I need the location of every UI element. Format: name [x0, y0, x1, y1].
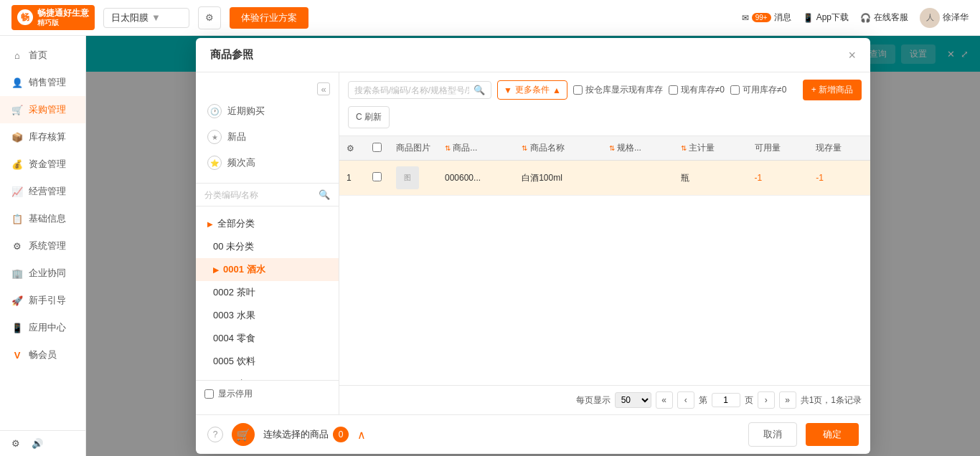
- col-spec-label: 规格...: [617, 143, 641, 153]
- show-disabled-label[interactable]: 显示停用: [204, 388, 330, 400]
- company-selector[interactable]: 日太阳膜 ▼: [103, 8, 189, 28]
- col-avail-label: 可用量: [755, 143, 781, 153]
- modal-overlay: 商品参照 × « 🕐: [86, 36, 980, 456]
- tree-item-all[interactable]: ▶ 全部分类: [196, 212, 339, 235]
- checkbox-stock-ne0[interactable]: 现有库存≠0: [669, 84, 725, 96]
- cell-stock: -1: [809, 161, 870, 196]
- app-icon: 📱: [803, 13, 814, 23]
- sidebar-item-label: 基础信息: [29, 212, 66, 225]
- confirm-button[interactable]: 确定: [806, 423, 859, 446]
- table-row[interactable]: 1 图 000600... 白酒100ml: [339, 161, 870, 196]
- tree-item-0001[interactable]: ▶ 0001 酒水: [196, 258, 339, 281]
- avail-ne0-checkbox[interactable]: [730, 85, 740, 95]
- prev-page-button[interactable]: ‹: [677, 391, 694, 409]
- warehouse-checkbox[interactable]: [573, 85, 583, 95]
- row-checkbox[interactable]: [372, 172, 382, 181]
- modal-left-footer: 显示停用: [196, 380, 339, 407]
- sidebar-item-system[interactable]: ⚙ 系统管理: [0, 232, 85, 260]
- add-product-button[interactable]: + 新增商品: [803, 80, 862, 100]
- product-search-input[interactable]: [354, 85, 469, 95]
- col-code-header[interactable]: ⇅ 商品...: [438, 136, 514, 161]
- sidebar-item-label: 经营管理: [29, 185, 66, 198]
- refresh-button[interactable]: C 刷新: [348, 106, 390, 128]
- cell-checkbox: [365, 161, 389, 196]
- sidebar-item-member[interactable]: V 畅会员: [0, 341, 85, 369]
- next-page-button[interactable]: ›: [758, 391, 775, 409]
- sidebar-bottom-settings[interactable]: ⚙ 🔊: [0, 431, 85, 456]
- tree-item-0002[interactable]: 0002 茶叶: [196, 281, 339, 304]
- sort-icon: ⇅: [522, 144, 527, 152]
- operations-icon: 📈: [11, 186, 23, 197]
- modal-close-button[interactable]: ×: [848, 49, 856, 62]
- page-number-input[interactable]: [712, 393, 740, 407]
- help-button[interactable]: ?: [207, 427, 223, 442]
- sidebar-item-operations[interactable]: 📈 经营管理: [0, 178, 85, 205]
- col-gear: ⚙: [339, 136, 365, 161]
- settings-icon[interactable]: ⚙: [198, 6, 221, 29]
- gear-icon[interactable]: ⚙: [347, 143, 354, 153]
- guide-icon: 🚀: [11, 295, 23, 306]
- show-disabled-checkbox[interactable]: [204, 389, 214, 399]
- gear-icon: ⚙: [11, 438, 20, 449]
- cell-spec: [602, 161, 674, 196]
- nav-frequent[interactable]: ⭐ 频次高: [196, 150, 339, 176]
- navbar: 畅 畅捷通好生意 精巧版 日太阳膜 ▼ ⚙ 体验行业方案 ✉ 99+ 消息 📱 …: [0, 0, 980, 36]
- filter-button[interactable]: ▼ 更多条件 ▲: [497, 80, 567, 100]
- select-all-checkbox[interactable]: [372, 143, 382, 152]
- modal-toolbar: 🔍 ▼ 更多条件 ▲ 按仓库显示现有库存: [339, 72, 870, 136]
- sidebar-item-apps[interactable]: 📱 应用中心: [0, 314, 85, 341]
- frequent-icon: ⭐: [207, 156, 222, 170]
- sidebar-item-label: 资金管理: [29, 158, 66, 171]
- col-name-header[interactable]: ⇅ 商品名称: [514, 136, 601, 161]
- user-item[interactable]: 人 徐泽华: [920, 8, 969, 28]
- first-page-button[interactable]: «: [656, 391, 673, 409]
- nav-new[interactable]: ★ 新品: [196, 124, 339, 150]
- filter-icon: ▼: [504, 85, 512, 95]
- checkbox-avail-ne0[interactable]: 可用库存≠0: [730, 84, 786, 96]
- sidebar-item-label: 首页: [29, 49, 47, 62]
- stock-ne0-checkbox[interactable]: [669, 85, 678, 95]
- search-icon[interactable]: 🔍: [319, 189, 330, 200]
- volume-icon: 🔊: [32, 438, 43, 449]
- online-service-item[interactable]: 🎧 在线客服: [860, 11, 908, 24]
- navbar-right: ✉ 99+ 消息 📱 App下载 🎧 在线客服 人 徐泽华: [742, 8, 969, 28]
- col-unit-header[interactable]: ⇅ 主计量: [674, 136, 748, 161]
- checkbox-stock-label: 现有库存≠0: [681, 84, 725, 96]
- app-download-item[interactable]: 📱 App下载: [803, 11, 849, 24]
- company-name: 日太阳膜: [111, 11, 149, 24]
- sidebar-item-sales[interactable]: 👤 销售管理: [0, 69, 85, 96]
- category-search-input[interactable]: [204, 190, 314, 200]
- page-suffix: 页: [745, 394, 753, 407]
- tree-item-00[interactable]: 00 未分类: [196, 235, 339, 258]
- cancel-button[interactable]: 取消: [748, 422, 797, 447]
- sidebar-item-finance[interactable]: 💰 资金管理: [0, 151, 85, 178]
- tree-item-0004[interactable]: 0004 零食: [196, 327, 339, 350]
- sidebar-item-guide[interactable]: 🚀 新手引导: [0, 287, 85, 314]
- search-icon[interactable]: 🔍: [473, 85, 485, 95]
- sidebar-item-basic[interactable]: 📋 基础信息: [0, 205, 85, 232]
- checkbox-warehouse[interactable]: 按仓库显示现有库存: [573, 84, 663, 96]
- collapse-nav-button[interactable]: «: [317, 82, 330, 95]
- sidebar-item-inventory[interactable]: 📦 库存核算: [0, 123, 85, 151]
- sidebar-item-purchase[interactable]: 🛒 采购管理: [0, 96, 85, 123]
- sidebar-item-enterprise[interactable]: 🏢 企业协同: [0, 260, 85, 287]
- recent-icon: 🕐: [207, 104, 222, 118]
- message-item[interactable]: ✉ 99+ 消息: [742, 11, 791, 24]
- sidebar-item-label: 系统管理: [29, 239, 66, 252]
- col-spec-header[interactable]: ⇅ 规格...: [602, 136, 674, 161]
- tree-arrow-icon: ▶: [213, 266, 219, 274]
- tree-item-0003[interactable]: 0003 水果: [196, 304, 339, 327]
- per-page-select[interactable]: 50 10 20 100: [615, 392, 651, 408]
- brand-line2: 精巧版: [37, 19, 89, 27]
- nav-recent[interactable]: 🕐 近期购买: [196, 98, 339, 124]
- tree-item-0005[interactable]: 0005 饮料: [196, 350, 339, 373]
- sidebar-item-home[interactable]: ⌂ 首页: [0, 42, 85, 69]
- per-page-label: 每页显示: [576, 394, 611, 407]
- footer-collapse-icon[interactable]: ∧: [357, 428, 366, 442]
- tree-item-0008[interactable]: 0008 水: [196, 373, 339, 380]
- trial-button[interactable]: 体验行业方案: [230, 7, 308, 29]
- cart-icon[interactable]: 🛒: [232, 423, 255, 446]
- last-page-button[interactable]: »: [779, 391, 796, 409]
- sidebar-item-label: 企业协同: [29, 267, 66, 280]
- cell-img: 图: [389, 161, 438, 196]
